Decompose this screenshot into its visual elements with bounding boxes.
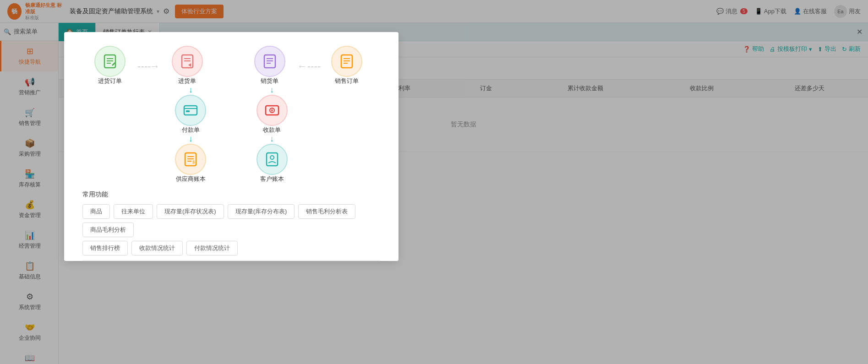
customer-account-label: 客户账本 xyxy=(260,175,284,183)
down-arrow-collection: ↓ xyxy=(270,134,274,144)
collection-label: 收款单 xyxy=(263,126,281,134)
supplier-account-label: 供应商账本 xyxy=(176,175,206,183)
svg-text:¥: ¥ xyxy=(270,108,273,113)
common-functions-section: 常用功能 商品 往来单位 现存量(库存状况表) 现存量(库存分布表) 销售毛利分… xyxy=(82,190,380,255)
func-buttons-row1: 商品 往来单位 现存量(库存状况表) 现存量(库存分布表) 销售毛利分析表 商品… xyxy=(82,204,380,237)
func-btn-stock-dist[interactable]: 现存量(库存分布表) xyxy=(228,204,295,219)
supplier-account-node[interactable]: $ xyxy=(175,144,206,175)
func-btn-partner[interactable]: 往来单位 xyxy=(114,204,153,219)
func-btn-payment-stat[interactable]: 付款情况统计 xyxy=(186,241,238,255)
sales-order-node[interactable] xyxy=(331,46,362,77)
purchase-order-label: 进货订单 xyxy=(98,77,122,85)
arrow-so-to-sr: ← - - - - xyxy=(297,60,320,85)
purchase-receipt-node[interactable] xyxy=(172,46,203,77)
flow-modal: 进货订单 - - - - → 进货单 xyxy=(64,32,399,261)
flow-section: 进货订单 - - - - → 进货单 xyxy=(82,46,380,183)
func-btn-stock-status[interactable]: 现存量(库存状况表) xyxy=(157,204,224,219)
down-arrow-payment: ↓ xyxy=(189,134,193,144)
payment-label: 付款单 xyxy=(182,126,200,134)
customer-account-node[interactable] xyxy=(257,144,288,175)
purchase-receipt-label: 进货单 xyxy=(178,77,196,85)
arrow-po-to-pr: - - - - → xyxy=(137,60,160,85)
func-btn-receipt-stat[interactable]: 收款情况统计 xyxy=(131,241,183,255)
func-btn-product[interactable]: 商品 xyxy=(82,204,110,219)
svg-point-27 xyxy=(270,156,274,159)
down-arrow-pr: ↓ xyxy=(189,85,193,95)
func-btn-product-profit[interactable]: 商品毛利分析 xyxy=(82,223,134,237)
payment-node[interactable] xyxy=(175,95,206,126)
common-functions-title: 常用功能 xyxy=(82,190,380,199)
svg-rect-15 xyxy=(184,106,197,115)
purchase-order-node[interactable] xyxy=(94,46,126,77)
collection-node[interactable]: ¥ xyxy=(257,95,288,126)
down-arrow-sr: ↓ xyxy=(270,85,274,95)
func-btn-sales-rank[interactable]: 销售排行榜 xyxy=(82,241,128,255)
svg-text:$: $ xyxy=(192,160,195,164)
func-btn-sales-profit[interactable]: 销售毛利分析表 xyxy=(298,204,355,219)
sales-order-label: 销售订单 xyxy=(335,77,359,85)
modal-scrollbar: ‹ › xyxy=(82,260,380,261)
sales-receipt-label: 销货单 xyxy=(261,77,278,85)
svg-rect-17 xyxy=(186,110,190,112)
modal-overlay[interactable]: 进货订单 - - - - → 进货单 xyxy=(0,0,868,364)
sales-receipt-node[interactable] xyxy=(254,46,285,77)
func-buttons-row2: 销售排行榜 收款情况统计 付款情况统计 xyxy=(82,241,380,255)
